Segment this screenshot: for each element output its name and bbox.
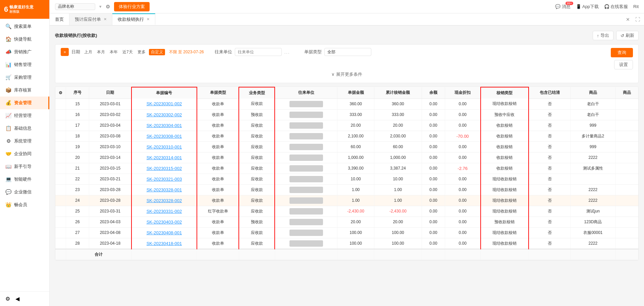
date-curr-month-btn[interactable]: 本月: [96, 49, 106, 56]
sidebar-item-label: 智能硬件: [14, 176, 32, 182]
filter-settings-btn[interactable]: 设置: [614, 60, 633, 69]
cell-doc-no[interactable]: SK-20230408-001: [131, 227, 197, 238]
cell-biz-type: 应收款: [239, 195, 275, 206]
refresh-btn[interactable]: ↺ 刷新: [616, 31, 639, 40]
user-info[interactable]: Rit: [633, 4, 639, 9]
solution-btn[interactable]: 体验行业方案: [114, 2, 150, 11]
cell-verified: 100.00: [374, 238, 422, 249]
cell-doc-no[interactable]: SK-20230328-002: [131, 195, 197, 206]
topbar-dropdown-icon[interactable]: ▾: [99, 4, 102, 9]
table-row: 28 2023-04-18 SK-20230418-001 收款单 应收款 ██…: [55, 238, 638, 249]
filter-partner-input[interactable]: [235, 48, 282, 56]
cell-goods2: [615, 206, 638, 217]
sidebar-item-basic[interactable]: 📋 基础信息: [0, 122, 49, 135]
cell-no: 25: [66, 206, 89, 217]
app-download-link[interactable]: 📱 App下载: [576, 4, 599, 10]
tab-collection-verify[interactable]: 收款核销执行 ✕: [112, 13, 155, 25]
cell-doc-type: 收款单: [197, 99, 239, 109]
table-row: 24 2023-03-28 SK-20230328-002 收款单 应收款 ██…: [55, 195, 638, 206]
date-custom-btn[interactable]: 自定义: [149, 49, 165, 55]
cell-date: 2023-03-08: [89, 131, 131, 141]
sidebar-item-hardware[interactable]: 💻 智能硬件: [0, 173, 49, 186]
filter-collapse-btn[interactable]: »: [61, 48, 69, 56]
sidebar-item-label: 资金管理: [14, 100, 32, 106]
cell-goods: 老白干: [571, 99, 615, 109]
table-row: 16 2023-03-02 SK-20230302-002 收款单 预收款 ██…: [55, 109, 638, 120]
online-service-link[interactable]: 🎧 在线客服: [604, 4, 628, 10]
cell-doc-no[interactable]: SK-20230315-002: [131, 163, 197, 174]
cell-amount: 2,100.00: [337, 131, 374, 141]
cell-biz-type: 应收款: [239, 238, 275, 249]
sidebar-item-label: 搜索菜单: [14, 23, 32, 29]
table-footer-row: 合计: [55, 249, 638, 260]
cell-no: 26: [66, 217, 89, 227]
cell-include-settled: 否: [529, 184, 571, 195]
date-7days-btn[interactable]: 近7天: [121, 49, 134, 56]
cell-goods2: [615, 99, 638, 109]
tab-fullscreen-icon[interactable]: ⛶: [634, 15, 641, 23]
sidebar-item-guide[interactable]: 📖 新手引导: [0, 160, 49, 173]
cell-verified: 3,387.24: [374, 163, 422, 174]
sidebar-item-member[interactable]: 👑 畅会员: [0, 198, 49, 211]
sidebar-footer: ⚙ ◀: [0, 291, 49, 306]
filter-doctype-label: 单据类型: [304, 49, 322, 55]
cell-balance: 0.00: [422, 227, 445, 238]
sidebar-item-search[interactable]: 🔍 搜索菜单: [0, 20, 49, 33]
cell-doc-type: 收款单: [197, 141, 239, 152]
sidebar-item-purchase[interactable]: 🛒 采购管理: [0, 71, 49, 84]
cell-doc-type: 收款单: [197, 109, 239, 120]
tab-presettlement-close[interactable]: ✕: [104, 17, 107, 21]
th-verify-type: 核销类型: [481, 87, 529, 99]
app-logo: 6 畅康道好生意 标推版: [0, 0, 49, 19]
sidebar-item-inventory[interactable]: 📦 库存核算: [0, 84, 49, 97]
tab-home[interactable]: 首页: [50, 13, 69, 25]
sidebar-item-marketing[interactable]: 📣 营销推广: [0, 46, 49, 58]
th-doc-type: 单据类型: [197, 87, 239, 99]
cell-include-settled: 否: [529, 238, 571, 249]
query-btn[interactable]: 查询: [611, 48, 633, 57]
cell-doc-no[interactable]: SK-20230328-001: [131, 184, 197, 195]
cell-doc-no[interactable]: SK-20230331-002: [131, 206, 197, 217]
cell-include-settled: 否: [529, 99, 571, 109]
th-settings[interactable]: ⚙: [55, 87, 66, 99]
cell-doc-no[interactable]: SK-20230302-002: [131, 109, 197, 120]
topbar-gear-icon[interactable]: ⚙: [106, 4, 110, 10]
sidebar-item-system[interactable]: ⚙ 系统管理: [0, 135, 49, 147]
collapse-icon[interactable]: ◀: [15, 296, 19, 302]
cell-biz-type: 应收款: [239, 141, 275, 152]
cell-doc-no[interactable]: SK-20230314-001: [131, 152, 197, 163]
brand-input[interactable]: [55, 3, 95, 10]
cell-discount: 0.00: [445, 184, 480, 195]
date-curr-year-btn[interactable]: 本年: [108, 49, 119, 56]
settings-footer-icon[interactable]: ⚙: [5, 296, 10, 302]
sidebar-item-label: 新手引导: [14, 164, 32, 170]
cell-doc-no[interactable]: SK-20230310-001: [131, 141, 197, 152]
cell-doc-no[interactable]: SK-20230301-002: [131, 99, 197, 109]
export-btn[interactable]: ↑ 导出: [593, 31, 614, 40]
cell-doc-no[interactable]: SK-20230403-002: [131, 217, 197, 227]
app-title: 畅康道好生意: [9, 5, 34, 9]
tab-presettlement[interactable]: 预计应应付单 ✕: [69, 13, 112, 25]
sidebar-item-enterprise[interactable]: 🤝 企业协同: [0, 147, 49, 160]
tab-collection-verify-close[interactable]: ✕: [147, 17, 150, 21]
date-more-btn[interactable]: 更多: [136, 49, 147, 56]
messages-btn[interactable]: 💬 消息 99+: [555, 4, 571, 10]
th-balance: 余额: [422, 87, 445, 99]
sidebar-item-sales[interactable]: 📊 销售管理: [0, 58, 49, 71]
cell-doc-no[interactable]: SK-20230304-001: [131, 120, 197, 131]
cell-doc-no[interactable]: SK-20230308-001: [131, 131, 197, 141]
tab-close-all-icon[interactable]: ✕: [625, 15, 631, 23]
cell-goods: 老白干: [571, 109, 615, 120]
sidebar-item-wechat[interactable]: 💬 企业微信: [0, 186, 49, 198]
cell-doc-no[interactable]: SK-20230321-003: [131, 174, 197, 184]
filter-expand-btn[interactable]: ∨ 展开更多条件: [61, 69, 633, 79]
sidebar-item-finance[interactable]: 💰 资金管理: [0, 97, 49, 109]
cell-verified: 360.00: [374, 99, 422, 109]
sidebar-item-operations[interactable]: 📈 经营管理: [0, 109, 49, 122]
sidebar-item-quicknav[interactable]: 🏠 快捷导航: [0, 33, 49, 46]
basic-icon: 📋: [5, 125, 11, 131]
cell-goods: [571, 174, 615, 184]
filter-doctype-select[interactable]: 全部 收款单 红字收款单: [324, 48, 371, 56]
cell-doc-no[interactable]: SK-20230418-001: [131, 238, 197, 249]
date-prev-month-btn[interactable]: 上月: [83, 49, 94, 56]
